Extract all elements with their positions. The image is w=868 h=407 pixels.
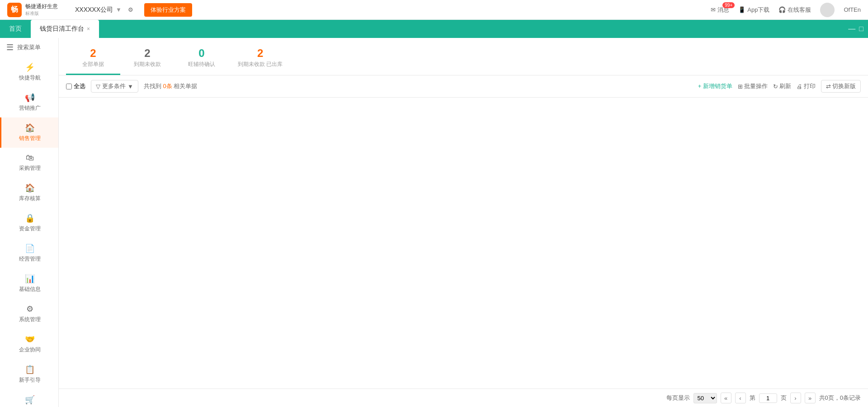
batch-icon: ⊞ — [738, 83, 743, 90]
main-layout: ☰ 搜索菜单 ⚡ 快捷导航 📢 营销推广 🏠 销售管理 🛍 采购管理 🏠 库存核… — [0, 38, 868, 407]
stat-num-all: 2 — [75, 47, 111, 60]
sidebar: ☰ 搜索菜单 ⚡ 快捷导航 📢 营销推广 🏠 销售管理 🛍 采购管理 🏠 库存核… — [0, 38, 59, 407]
system-icon: ⚙ — [26, 304, 33, 314]
message-btn[interactable]: ✉ 消息 99+ — [711, 6, 729, 14]
stat-label-pending: 旺辅待确认 — [184, 61, 220, 68]
sidebar-item-operation[interactable]: 📄 经营管理 — [0, 238, 58, 268]
select-all-checkbox[interactable]: 全选 — [66, 82, 85, 90]
company-area: XXXXXX公司 ▼ ⚙ 体验行业方案 — [66, 3, 711, 17]
basic-icon: 📊 — [25, 274, 35, 284]
sidebar-item-purchase[interactable]: 🛍 采购管理 — [0, 148, 58, 178]
sidebar-item-basic[interactable]: 📊 基础信息 — [0, 268, 58, 299]
print-icon: 🖨 — [797, 83, 802, 90]
tab-home[interactable]: 首页 — [0, 20, 31, 38]
app-download-btn[interactable]: 📱 App下载 — [738, 6, 769, 14]
toolbar: 全选 ▽ 更多条件 ▼ 共找到 0条 相关单据 + 新增销货单 ⊞ 批量操作 — [59, 75, 868, 98]
guide-icon: 📋 — [25, 365, 35, 374]
first-page-btn[interactable]: « — [721, 393, 731, 403]
sidebar-item-inventory[interactable]: 🏠 库存核算 — [0, 178, 58, 208]
stat-label-shipped: 到期未收款 已出库 — [238, 61, 283, 68]
prev-page-btn[interactable]: ‹ — [735, 393, 746, 403]
page-label: 第 — [750, 394, 755, 402]
stat-num-overdue: 2 — [129, 47, 165, 60]
stat-label-overdue: 到期未收款 — [129, 61, 165, 68]
sidebar-item-marketing[interactable]: 📢 营销推广 — [0, 87, 58, 117]
found-count: 0条 — [163, 83, 172, 89]
headset-icon: 🎧 — [778, 6, 786, 13]
sidebar-item-enterprise[interactable]: 🤝 企业协同 — [0, 329, 58, 359]
refresh-icon: ↻ — [773, 83, 778, 90]
logo-text: 畅捷通好生意 标准版 — [25, 3, 58, 16]
username: OfTEn — [844, 6, 861, 13]
minimize-icon[interactable]: — — [848, 25, 855, 33]
header-right: ✉ 消息 99+ 📱 App下载 🎧 在线客服 OfTEn — [711, 3, 861, 17]
appstore-icon: 🛒 — [25, 395, 35, 405]
experience-btn[interactable]: 体验行业方案 — [144, 3, 192, 17]
close-tab-icon[interactable]: × — [87, 26, 90, 32]
add-sales-order-btn[interactable]: + 新增销货单 — [698, 82, 732, 90]
app-icon: 📱 — [738, 6, 745, 13]
sidebar-item-system[interactable]: ⚙ 系统管理 — [0, 299, 58, 329]
settings-icon[interactable]: ⚙ — [124, 4, 137, 16]
last-page-btn[interactable]: » — [805, 393, 816, 403]
filter-chevron-icon: ▼ — [127, 83, 133, 90]
inventory-icon: 🏠 — [25, 183, 35, 193]
tab-cash-daily[interactable]: 钱货日清工作台 × — [31, 20, 99, 38]
content-area: 2 全部单据 2 到期未收款 0 旺辅待确认 2 到期未收款 已出库 全选 — [59, 38, 868, 407]
filter-btn[interactable]: ▽ 更多条件 ▼ — [91, 80, 138, 93]
logo-icon: 畅 — [7, 3, 22, 17]
logo-area: 畅 畅捷通好生意 标准版 — [7, 3, 66, 17]
stat-label-all: 全部单据 — [75, 61, 111, 68]
batch-operation-btn[interactable]: ⊞ 批量操作 — [738, 82, 768, 90]
per-page-label: 每页显示 — [666, 394, 690, 402]
refresh-btn[interactable]: ↻ 刷新 — [773, 82, 791, 90]
filter-icon: ▽ — [96, 83, 100, 90]
stat-num-pending: 0 — [184, 47, 220, 60]
select-all-input[interactable] — [66, 84, 72, 89]
stat-tab-overdue[interactable]: 2 到期未收款 — [120, 43, 175, 75]
search-menu-icon: ☰ — [6, 42, 14, 52]
page-suffix: 页 — [781, 394, 787, 402]
stat-tab-pending[interactable]: 0 旺辅待确认 — [175, 43, 229, 75]
message-badge: 99+ — [722, 2, 735, 8]
stats-tabs: 2 全部单据 2 到期未收款 0 旺辅待确认 2 到期未收款 已出库 — [59, 38, 868, 75]
purchase-icon: 🛍 — [26, 153, 34, 163]
online-service-btn[interactable]: 🎧 在线客服 — [778, 6, 811, 14]
sidebar-item-search[interactable]: ☰ 搜索菜单 — [0, 38, 58, 57]
company-name: XXXXXX公司 — [75, 6, 113, 14]
marketing-icon: 📢 — [25, 93, 35, 103]
top-header: 畅 畅捷通好生意 标准版 XXXXXX公司 ▼ ⚙ 体验行业方案 ✉ 消息 99… — [0, 0, 868, 20]
message-icon: ✉ — [711, 6, 716, 13]
quick-nav-icon: ⚡ — [25, 62, 35, 72]
company-dropdown-icon[interactable]: ▼ — [116, 6, 122, 13]
tab-actions: — □ — [848, 25, 868, 33]
stat-tab-shipped[interactable]: 2 到期未收款 已出库 — [229, 43, 292, 75]
sidebar-item-sales[interactable]: 🏠 销售管理 — [0, 117, 58, 148]
sidebar-item-appstore[interactable]: 🛒 应用中心 — [0, 389, 58, 407]
pagination-bar: 每页显示 50 100 200 « ‹ 第 页 › » 共0页，0条记录 — [59, 388, 868, 407]
avatar[interactable] — [820, 3, 835, 17]
toolbar-right: + 新增销货单 ⊞ 批量操作 ↻ 刷新 🖨 打印 ⇄ 切换新版 — [698, 80, 861, 93]
stat-tab-all[interactable]: 2 全部单据 — [66, 43, 120, 75]
switch-version-btn[interactable]: ⇄ 切换新版 — [821, 80, 861, 93]
nav-tabs: 首页 钱货日清工作台 × — □ — [0, 20, 868, 38]
sidebar-item-quick-nav[interactable]: ⚡ 快捷导航 — [0, 57, 58, 87]
print-btn[interactable]: 🖨 打印 — [797, 82, 816, 90]
stat-num-shipped: 2 — [238, 47, 283, 60]
page-size-select[interactable]: 50 100 200 — [693, 393, 717, 403]
found-text: 共找到 0条 相关单据 — [144, 82, 197, 90]
sales-icon: 🏠 — [25, 123, 35, 133]
switch-icon: ⇄ — [826, 83, 831, 90]
total-records: 共0页，0条记录 — [819, 394, 861, 402]
enterprise-icon: 🤝 — [25, 334, 35, 344]
table-area — [59, 98, 868, 388]
next-page-btn[interactable]: › — [790, 393, 801, 403]
operation-icon: 📄 — [25, 243, 35, 253]
finance-icon: 🔒 — [25, 213, 35, 223]
sidebar-item-finance[interactable]: 🔒 资金管理 — [0, 208, 58, 238]
maximize-icon[interactable]: □ — [859, 25, 863, 33]
page-input[interactable] — [759, 393, 777, 403]
sidebar-item-guide[interactable]: 📋 新手引导 — [0, 359, 58, 389]
